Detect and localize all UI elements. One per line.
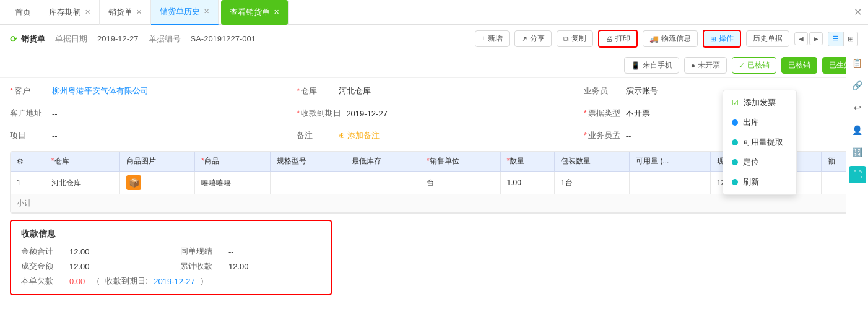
cumulative-row: 累计收款 12.00 <box>180 261 321 272</box>
date-label: 单据日期 <box>55 33 87 45</box>
copy-icon: ⧉ <box>563 35 569 43</box>
panel-list-icon[interactable]: 🔢 <box>849 144 866 161</box>
tab-sales-history[interactable]: 销货单历史 ✕ <box>151 0 219 25</box>
not-opened-button[interactable]: ● 未开票 <box>684 57 727 74</box>
warehouse-value: 河北仓库 <box>339 85 371 97</box>
tab-inventory-init[interactable]: 库存期初 ✕ <box>40 0 100 25</box>
tab-sales-history-close[interactable]: ✕ <box>204 7 209 15</box>
tab-bar: 首页 库存期初 ✕ 销货单 ✕ 销货单历史 ✕ 查看销货单 ✕ ✕ <box>0 0 868 25</box>
dropdown-outbound[interactable]: 出库 <box>723 113 796 132</box>
dropdown-menu: ☑ 添加发票 出库 可用量提取 定位 刷新 <box>723 90 797 195</box>
panel-link-icon[interactable]: 🔗 <box>849 77 866 94</box>
warehouse-row: 仓库 河北仓库 <box>297 85 571 97</box>
same-order-row: 同单现结 -- <box>180 246 321 257</box>
deal-amount-row: 成交金额 12.00 <box>21 261 162 272</box>
address-row: 客户地址 -- <box>10 108 284 119</box>
tab-inventory-init-close[interactable]: ✕ <box>85 8 90 16</box>
print-button[interactable]: 🖨 打印 <box>598 30 638 48</box>
right-panel: 📋 🔗 ↩ 👤 🔢 ⛶ <box>846 50 868 330</box>
dropdown-available-qty[interactable]: 可用量提取 <box>723 132 796 152</box>
row-min-stock <box>345 172 420 194</box>
payment-grid: 金额合计 12.00 同单现结 -- 成交金额 12.00 累计收款 12.00… <box>21 246 321 287</box>
owe-value: 0.00 <box>69 277 85 286</box>
doc-meta: 单据日期 2019-12-27 单据编号 SA-20191227-001 <box>55 33 256 45</box>
col-spec: 规格型号 <box>270 152 345 172</box>
close-all-button[interactable]: ✕ <box>854 6 862 18</box>
grid-view-button[interactable]: ⊞ <box>843 32 858 46</box>
tab-home[interactable]: 首页 <box>6 0 40 25</box>
available-qty-icon <box>732 139 738 145</box>
dropdown-locate[interactable]: 定位 <box>723 152 796 172</box>
panel-user-icon[interactable]: 👤 <box>849 121 866 139</box>
col-warehouse: 仓库 <box>45 152 119 172</box>
tab-view-sales-close[interactable]: ✕ <box>274 8 279 16</box>
copy-button[interactable]: ⧉ 复制 <box>557 30 593 47</box>
logistics-button[interactable]: 🚚 物流信息 <box>643 30 698 47</box>
add-notes-button[interactable]: ⊕ 添加备注 <box>339 130 380 141</box>
row-qty: 1.00 <box>500 172 554 194</box>
staff-label: 业务员 <box>584 85 621 97</box>
number-label: 单据编号 <box>149 33 181 45</box>
col-unit: 销售单位 <box>420 152 500 172</box>
staff2-label: 业务员孟 <box>584 130 621 141</box>
panel-clipboard-icon[interactable]: 📋 <box>849 54 866 72</box>
toolbar-row: 📱 来自手机 ● 未开票 ✓ 已核销 已核销 已生效 <box>0 53 868 78</box>
project-row: 项目 -- <box>10 130 284 141</box>
col-img: 商品图片 <box>120 152 195 172</box>
col-gear[interactable]: ⚙ <box>11 152 45 172</box>
main-container: ⟳ 销货单 单据日期 2019-12-27 单据编号 SA-20191227-0… <box>0 25 868 330</box>
payment-title: 收款信息 <box>21 228 321 240</box>
confirmed-button[interactable]: ✓ 已核销 <box>732 57 776 74</box>
row-no: 1 <box>11 172 45 194</box>
cumulative-label: 累计收款 <box>180 261 224 272</box>
panel-undo-icon[interactable]: ↩ <box>849 99 866 116</box>
deal-amount-label: 成交金额 <box>21 261 64 272</box>
ticket-icon: ● <box>691 61 695 70</box>
tab-view-sales[interactable]: 查看销货单 ✕ <box>221 0 289 25</box>
add-notes-icon: ⊕ <box>339 131 345 140</box>
project-value: -- <box>52 131 58 141</box>
row-product: 嘻嘻嘻嘻 <box>195 172 270 194</box>
operate-icon: ⊞ <box>710 35 716 43</box>
owe-note-suffix: ） <box>200 276 208 287</box>
prev-button[interactable]: ◀ <box>794 32 808 45</box>
owe-label: 本单欠款 <box>21 276 64 287</box>
dropdown-add-invoice[interactable]: ☑ 添加发票 <box>723 93 796 113</box>
address-label: 客户地址 <box>10 108 47 119</box>
list-view-button[interactable]: ☰ <box>828 32 843 46</box>
amount-value: 12.00 <box>69 247 90 256</box>
new-button[interactable]: + 新增 <box>475 30 510 47</box>
tab-sales-order[interactable]: 销货单 ✕ <box>100 0 151 25</box>
next-button[interactable]: ▶ <box>809 32 823 45</box>
add-invoice-icon: ☑ <box>732 98 739 107</box>
view-toggle: ☰ ⊞ <box>828 32 858 46</box>
voided-button[interactable]: 已核销 <box>781 57 817 74</box>
address-value: -- <box>52 109 58 118</box>
staff-value: 演示账号 <box>626 85 658 97</box>
project-label: 项目 <box>10 130 47 141</box>
dropdown-refresh[interactable]: 刷新 <box>723 172 796 192</box>
notes-label: 备注 <box>297 130 334 141</box>
same-order-label: 同单现结 <box>180 246 224 257</box>
deal-amount-value: 12.00 <box>69 262 90 271</box>
payment-box: 收款信息 金额合计 12.00 同单现结 -- 成交金额 12.00 累计收款 … <box>10 220 332 295</box>
col-available: 可用量 (... <box>630 152 711 172</box>
operate-button[interactable]: ⊞ 操作 <box>703 30 741 48</box>
tab-sales-order-close[interactable]: ✕ <box>136 8 142 16</box>
owe-row: 本单欠款 0.00 （ 收款到期日: 2019-12-27 ） <box>21 276 321 287</box>
from-phone-button[interactable]: 📱 来自手机 <box>624 57 679 74</box>
customer-value[interactable]: 柳州粤港平安气体有限公司 <box>52 85 149 97</box>
row-img: 📦 <box>120 172 195 194</box>
amount-label: 金额合计 <box>21 246 64 257</box>
doc-header: ⟳ 销货单 单据日期 2019-12-27 单据编号 SA-20191227-0… <box>0 25 868 53</box>
history-button[interactable]: 历史单据 <box>746 30 789 47</box>
cumulative-value: 12.00 <box>228 262 249 271</box>
panel-expand-icon[interactable]: ⛶ <box>849 166 866 183</box>
staff-row: 业务员 演示账号 <box>584 85 858 97</box>
amount-row: 金额合计 12.00 <box>21 246 162 257</box>
customer-row: 客户 柳州粤港平安气体有限公司 <box>10 85 284 97</box>
share-button[interactable]: ↗ 分享 <box>514 30 552 47</box>
warehouse-label: 仓库 <box>297 85 334 97</box>
row-available <box>630 172 711 194</box>
logistics-icon: 🚚 <box>649 35 659 43</box>
